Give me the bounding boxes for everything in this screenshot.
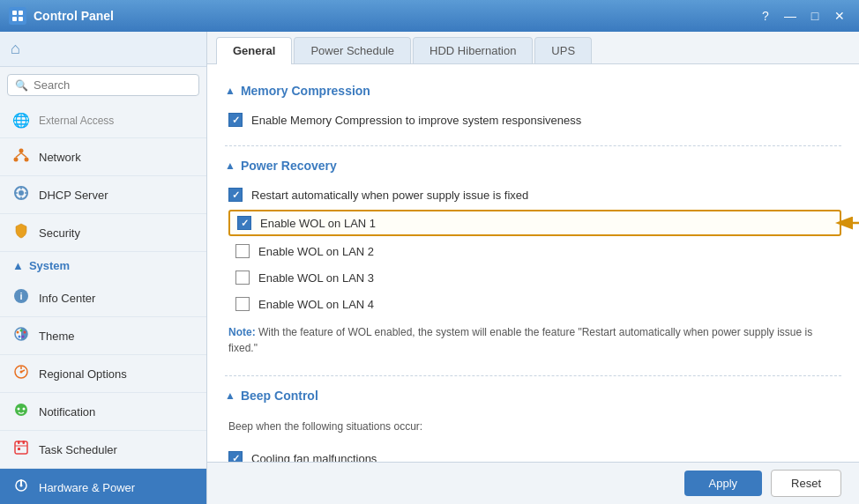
sidebar-label: DHCP Server	[39, 189, 108, 202]
section-memory-compression: ▲ Memory Compression	[225, 84, 841, 98]
regional-icon	[12, 364, 30, 383]
svg-rect-2	[12, 17, 17, 21]
tab-power-schedule[interactable]: Power Schedule	[294, 37, 411, 63]
cooling-fan-row: Cooling fan malfunctions	[228, 447, 841, 462]
sidebar-section-system[interactable]: ▲ System	[0, 252, 206, 279]
svg-point-29	[23, 408, 26, 411]
wol-lan4-row: Enable WOL on LAN 4	[235, 293, 834, 315]
search-icon: 🔍	[15, 79, 28, 92]
wol-lan3-label: Enable WOL on LAN 3	[258, 271, 374, 285]
reset-button[interactable]: Reset	[771, 470, 841, 497]
beep-description: Beep when the following situations occur…	[228, 413, 841, 440]
help-button[interactable]: ?	[755, 5, 776, 26]
hardware-icon	[12, 478, 30, 497]
memory-compression-checkbox[interactable]	[228, 113, 243, 127]
sidebar-label: Hardware & Power	[39, 481, 135, 494]
dhcp-icon	[12, 185, 30, 204]
sidebar-item-external-access[interactable]: 🌐 External Access	[0, 103, 206, 138]
collapse-icon: ▲	[12, 259, 24, 272]
svg-point-22	[19, 336, 21, 338]
sidebar-item-security[interactable]: Security	[0, 214, 206, 252]
sidebar-item-hardware-power[interactable]: Hardware & Power	[0, 469, 206, 504]
sidebar-label: Network	[39, 151, 81, 164]
wol-lan2-row: Enable WOL on LAN 2	[235, 240, 834, 263]
theme-icon	[12, 326, 30, 345]
sidebar-label: External Access	[39, 115, 114, 127]
footer: Apply Reset	[207, 462, 859, 504]
wol-lan2-checkbox[interactable]	[235, 244, 250, 258]
power-recovery-note: Note: With the feature of WOL enabled, t…	[228, 319, 841, 361]
sidebar-item-theme[interactable]: Theme	[0, 317, 206, 355]
section-power-recovery: ▲ Power Recovery	[225, 159, 841, 173]
sidebar-item-notification[interactable]: Notification	[0, 393, 206, 431]
svg-point-5	[14, 158, 19, 162]
svg-point-6	[25, 158, 29, 162]
svg-rect-32	[23, 441, 26, 444]
svg-point-20	[24, 331, 26, 334]
close-button[interactable]: ✕	[829, 5, 850, 26]
memory-compression-content: Enable Memory Compression to improve sys…	[225, 108, 841, 131]
wol-lan4-checkbox[interactable]	[235, 297, 250, 311]
tab-hdd-hibernation[interactable]: HDD Hibernation	[413, 37, 533, 63]
external-access-icon: 🌐	[12, 112, 30, 129]
restart-auto-row: Restart automatically when power supply …	[228, 183, 841, 206]
note-label: Note:	[228, 326, 256, 338]
section-title: Power Recovery	[241, 159, 337, 173]
power-recovery-content: Restart automatically when power supply …	[225, 183, 841, 361]
home-button[interactable]: ⌂	[0, 32, 206, 67]
sidebar-label: Theme	[39, 330, 74, 343]
svg-point-19	[20, 330, 23, 332]
note-text: With the feature of WOL enabled, the sys…	[228, 326, 812, 354]
arrow-annotation	[846, 210, 859, 236]
search-box[interactable]: 🔍	[7, 74, 199, 96]
svg-line-8	[21, 153, 26, 158]
apply-button[interactable]: Apply	[684, 471, 763, 496]
svg-line-26	[21, 370, 25, 372]
section-label: System	[29, 259, 70, 272]
wol-lan1-row: Enable WOL on LAN 1	[228, 210, 841, 236]
tab-general[interactable]: General	[216, 37, 292, 64]
sidebar-label: Notification	[39, 405, 95, 419]
sidebar: ⌂ 🔍 🌐 External Access Network	[0, 32, 207, 504]
home-icon: ⌂	[11, 40, 20, 58]
window-controls: ? — □ ✕	[755, 5, 850, 26]
restart-auto-label: Restart automatically when power supply …	[251, 189, 528, 202]
window-title: Control Panel	[34, 9, 114, 23]
tab-ups[interactable]: UPS	[534, 37, 592, 63]
beep-control-content: Beep when the following situations occur…	[225, 413, 841, 462]
sidebar-label: Security	[39, 226, 80, 240]
wol-lan1-checkbox[interactable]	[237, 216, 251, 230]
cooling-fan-label: Cooling fan malfunctions	[251, 452, 377, 463]
sidebar-item-dhcp[interactable]: DHCP Server	[0, 176, 206, 214]
sidebar-label: Task Scheduler	[39, 443, 117, 456]
minimize-button[interactable]: —	[780, 5, 801, 26]
titlebar: Control Panel ? — □ ✕	[0, 0, 859, 32]
svg-line-7	[16, 153, 21, 158]
svg-point-27	[15, 404, 27, 416]
wol-lan3-row: Enable WOL on LAN 3	[235, 266, 834, 289]
chevron-icon: ▲	[225, 85, 235, 97]
task-icon	[12, 440, 30, 459]
svg-rect-34	[18, 448, 20, 450]
sidebar-item-task-scheduler[interactable]: Task Scheduler	[0, 431, 206, 469]
tab-bar: General Power Schedule HDD Hibernation U…	[207, 32, 859, 64]
security-icon	[12, 223, 30, 242]
search-input[interactable]	[34, 78, 191, 92]
cooling-fan-checkbox[interactable]	[228, 451, 243, 462]
svg-point-18	[17, 331, 19, 334]
restart-auto-checkbox[interactable]	[228, 188, 243, 202]
sidebar-label: Regional Options	[39, 367, 127, 381]
wol-lan3-checkbox[interactable]	[235, 271, 250, 285]
wol-lan1-wrapper: Enable WOL on LAN 1	[228, 210, 841, 236]
sidebar-item-network[interactable]: Network	[0, 138, 206, 176]
content-area: General Power Schedule HDD Hibernation U…	[207, 32, 859, 504]
svg-point-10	[19, 190, 24, 196]
svg-point-37	[20, 485, 23, 487]
restore-button[interactable]: □	[804, 5, 825, 26]
notification-icon	[12, 402, 30, 421]
network-icon	[12, 147, 30, 167]
svg-rect-0	[12, 11, 17, 15]
section-title: Beep Control	[241, 389, 318, 403]
sidebar-item-info-center[interactable]: i Info Center	[0, 279, 206, 317]
sidebar-item-regional[interactable]: Regional Options	[0, 355, 206, 393]
